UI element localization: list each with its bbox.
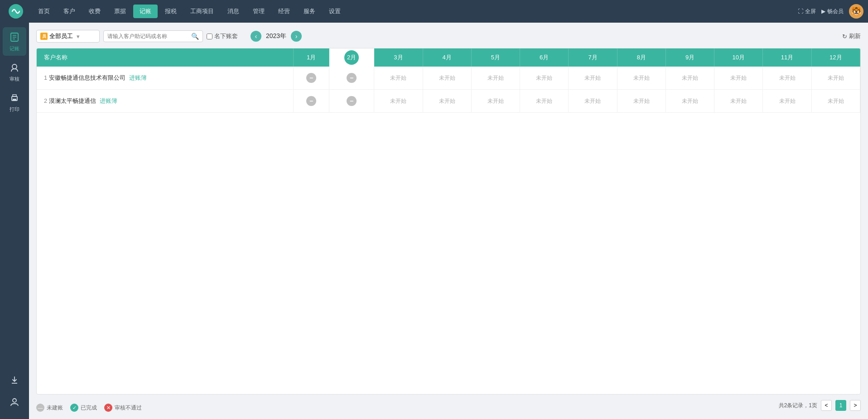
- col-client: 客户名称: [37, 48, 294, 67]
- refresh-icon: ↻: [842, 33, 847, 40]
- col-jul: 7月: [569, 48, 617, 67]
- status-not-started: 未开始: [487, 75, 504, 81]
- nav-invoice[interactable]: 票据: [108, 5, 132, 18]
- status-not-started: 未开始: [779, 75, 796, 81]
- col-jan: 1月: [294, 48, 329, 67]
- status-not-started: 未开始: [536, 98, 552, 104]
- employee-select[interactable]: 员 全部员工 ▾: [36, 30, 100, 43]
- enter-link[interactable]: 进账簿: [129, 74, 147, 81]
- complete-icon: ✓: [70, 404, 78, 412]
- vip-icon: ▶: [821, 8, 825, 14]
- sidebar-download[interactable]: [3, 370, 26, 390]
- sidebar-item-print[interactable]: 打印: [3, 88, 26, 116]
- sidebar-user[interactable]: [3, 392, 26, 412]
- status-not-started: 未开始: [439, 98, 455, 104]
- col-dec: 12月: [811, 48, 860, 67]
- chevron-down-icon: ▾: [77, 33, 80, 40]
- sidebar-print-label: 打印: [10, 106, 19, 113]
- refresh-button[interactable]: ↻ 刷新: [842, 32, 861, 40]
- col-feb: 2月: [329, 48, 374, 67]
- col-jun: 6月: [520, 48, 569, 67]
- status-not-started: 未开始: [730, 98, 747, 104]
- rejected-icon: ✕: [104, 404, 112, 412]
- month-cell-12: 未开始: [811, 67, 860, 90]
- vip-button[interactable]: ▶ 畅会员: [821, 8, 844, 15]
- legend-rejected: ✕ 审核不通过: [104, 404, 142, 412]
- status-not-started: 未开始: [633, 75, 650, 81]
- status-dash-icon: −: [306, 96, 316, 106]
- total-records-text: 共2条记录，1页: [779, 402, 817, 409]
- table-row: 1安徽畅捷通信息技术有限公司进账簿−−未开始未开始未开始未开始未开始未开始未开始…: [37, 67, 860, 90]
- sidebar-bookkeeping-label: 记账: [10, 45, 19, 52]
- my-accounts-checkbox-wrap[interactable]: 名下账套: [207, 32, 238, 40]
- page-1-button[interactable]: 1: [835, 400, 846, 411]
- user-avatar[interactable]: 🐯: [849, 4, 863, 19]
- logo-icon: [9, 4, 23, 19]
- month-cell-9: 未开始: [665, 67, 714, 90]
- table-row: 2漠澜太平畅捷通信进账簿−−未开始未开始未开始未开始未开始未开始未开始未开始未开…: [37, 90, 860, 113]
- nav-business[interactable]: 工商项目: [184, 5, 220, 18]
- month-cell-5: 未开始: [471, 67, 520, 90]
- month-cell-9: 未开始: [665, 90, 714, 113]
- search-input[interactable]: [107, 33, 189, 39]
- bottom-bar: — 未建账 ✓ 已完成 ✕ 审核不通过 共2条记录，1页 < 1 >: [36, 395, 861, 412]
- fullscreen-label: 全屏: [805, 8, 816, 15]
- client-name: 漠澜太平畅捷通信: [49, 97, 96, 104]
- not-built-label: 未建账: [47, 404, 63, 412]
- nav-home[interactable]: 首页: [32, 5, 56, 18]
- next-year-button[interactable]: ›: [291, 31, 302, 42]
- status-dash-icon: −: [347, 73, 357, 83]
- status-not-started: 未开始: [828, 98, 844, 104]
- status-not-started: 未开始: [682, 98, 698, 104]
- prev-page-button[interactable]: <: [821, 400, 832, 411]
- month-cell-2: −: [329, 90, 374, 113]
- my-accounts-checkbox[interactable]: [207, 34, 212, 39]
- app-logo: [5, 4, 27, 19]
- next-page-button[interactable]: >: [850, 400, 861, 411]
- my-accounts-label: 名下账套: [214, 32, 238, 40]
- month-cell-6: 未开始: [520, 67, 569, 90]
- nav-bookkeeping[interactable]: 记账: [133, 5, 158, 18]
- bookkeeping-icon: [8, 31, 21, 43]
- nav-operation[interactable]: 经营: [272, 5, 296, 18]
- client-cell: 2漠澜太平畅捷通信进账簿: [37, 90, 294, 113]
- month-cell-1: −: [294, 90, 329, 113]
- search-button[interactable]: 🔍: [191, 33, 199, 40]
- col-mar: 3月: [374, 48, 423, 67]
- accounts-table: 客户名称 1月 2月 3月 4月 5月 6月 7月 8月 9月 10月 11月: [37, 48, 860, 113]
- pagination: 共2条记录，1页 < 1 >: [779, 400, 861, 411]
- prev-year-button[interactable]: ‹: [251, 31, 261, 42]
- nav-settings[interactable]: 设置: [323, 5, 347, 18]
- month-cell-5: 未开始: [471, 90, 520, 113]
- sidebar-item-audit[interactable]: 审核: [3, 58, 26, 86]
- fullscreen-button[interactable]: ⛶ 全屏: [798, 8, 816, 15]
- refresh-label: 刷新: [849, 32, 861, 40]
- employee-icon: 员: [40, 33, 48, 40]
- nav-service[interactable]: 服务: [297, 5, 322, 18]
- status-legend: — 未建账 ✓ 已完成 ✕ 审核不通过: [36, 399, 149, 412]
- enter-link[interactable]: 进账簿: [100, 97, 117, 104]
- month-cell-2: −: [329, 67, 374, 90]
- complete-label: 已完成: [81, 404, 97, 412]
- sidebar-item-bookkeeping[interactable]: 记账: [3, 27, 26, 56]
- client-cell: 1安徽畅捷通信息技术有限公司进账簿: [37, 67, 294, 90]
- col-apr: 4月: [423, 48, 471, 67]
- nav-fee[interactable]: 收费: [82, 5, 107, 18]
- status-not-started: 未开始: [390, 75, 406, 81]
- year-nav: ‹ 2023年 ›: [251, 31, 302, 42]
- nav-message[interactable]: 消息: [221, 5, 246, 18]
- current-month-circle: 2月: [344, 50, 359, 65]
- nav-tax[interactable]: 报税: [159, 5, 183, 18]
- top-right-tools: ⛶ 全屏 ▶ 畅会员 🐯: [798, 4, 863, 19]
- status-not-started: 未开始: [584, 98, 601, 104]
- status-not-started: 未开始: [779, 98, 796, 104]
- month-cell-10: 未开始: [714, 90, 763, 113]
- svg-point-4: [12, 64, 17, 69]
- status-not-started: 未开始: [828, 75, 844, 81]
- status-dash-icon: −: [306, 73, 316, 83]
- nav-menu: 首页 客户 收费 票据 记账 报税 工商项目 消息 管理 经营 服务 设置: [32, 5, 798, 18]
- nav-manage[interactable]: 管理: [246, 5, 271, 18]
- row-num: 2: [44, 97, 47, 104]
- month-cell-11: 未开始: [763, 67, 811, 90]
- nav-client[interactable]: 客户: [57, 5, 82, 18]
